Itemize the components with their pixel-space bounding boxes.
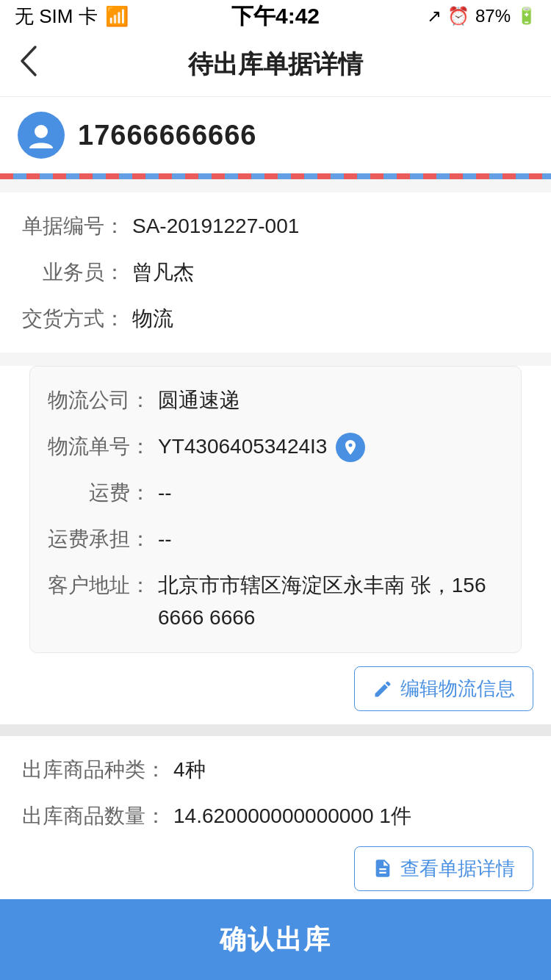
freight-label: 运费： <box>48 477 151 510</box>
logistics-company-label: 物流公司： <box>48 384 151 417</box>
product-category-value: 4种 <box>173 754 529 787</box>
product-info-section: 出库商品种类： 4种 出库商品数量： 14.620000000000000 1件 <box>0 736 551 846</box>
delivery-method-row: 交货方式： 物流 <box>22 303 529 336</box>
document-number-label: 单据编号： <box>22 210 125 243</box>
freight-bearer-row: 运费承担： -- <box>48 523 503 556</box>
product-category-row: 出库商品种类： 4种 <box>22 754 529 787</box>
deco-line <box>0 173 551 179</box>
time-label: 下午4:42 <box>231 1 320 32</box>
page-title: 待出库单据详情 <box>188 48 363 82</box>
logistics-card: 物流公司： 圆通速递 物流单号： YT43064053424I3 <box>29 366 522 653</box>
status-bar: 无 SIM 卡 📶 下午4:42 ↗ ⏰ 87% 🔋 <box>0 0 551 32</box>
carrier-label: 无 SIM 卡 <box>15 4 98 29</box>
address-row: 客户地址： 北京市市辖区海淀区永丰南 张，156 6666 6666 <box>48 569 503 635</box>
edit-icon <box>372 679 393 699</box>
section-divider <box>0 724 551 736</box>
logistics-company-row: 物流公司： 圆通速递 <box>48 384 503 417</box>
product-quantity-value: 14.620000000000000 1件 <box>173 800 529 833</box>
salesman-row: 业务员： 曾凡杰 <box>22 256 529 289</box>
confirm-button[interactable]: 确认出库 <box>0 899 551 980</box>
delivery-method-label: 交货方式： <box>22 303 125 336</box>
salesman-label: 业务员： <box>22 256 125 289</box>
address-value: 北京市市辖区海淀区永丰南 张，156 6666 6666 <box>158 569 503 635</box>
confirm-button-label: 确认出库 <box>220 922 331 958</box>
document-number-row: 单据编号： SA-20191227-001 <box>22 210 529 243</box>
view-detail-label: 查看单据详情 <box>400 856 515 882</box>
view-detail-button[interactable]: 查看单据详情 <box>354 846 533 891</box>
salesman-value: 曾凡杰 <box>132 256 529 289</box>
product-category-label: 出库商品种类： <box>22 754 166 787</box>
wifi-icon: 📶 <box>105 5 129 28</box>
svg-point-0 <box>35 125 48 138</box>
edit-btn-container: 编辑物流信息 <box>0 653 551 724</box>
location-icon[interactable] <box>336 433 365 462</box>
product-quantity-label: 出库商品数量： <box>22 800 166 833</box>
address-label: 客户地址： <box>48 569 151 602</box>
logistics-company-value: 圆通速递 <box>158 384 503 417</box>
avatar <box>18 112 65 159</box>
back-button[interactable] <box>18 44 38 84</box>
freight-bearer-label: 运费承担： <box>48 523 151 556</box>
edit-logistics-label: 编辑物流信息 <box>400 676 515 702</box>
freight-bearer-value: -- <box>158 523 503 556</box>
tracking-number-label: 物流单号： <box>48 430 151 464</box>
battery-icon: 🔋 <box>516 7 536 26</box>
status-left: 无 SIM 卡 📶 <box>15 4 129 29</box>
freight-row: 运费： -- <box>48 477 503 510</box>
battery-label: 87% <box>475 6 511 26</box>
location-arrow-icon: ↗ <box>427 6 442 26</box>
alarm-icon: ⏰ <box>447 6 469 26</box>
delivery-method-value: 物流 <box>132 303 529 336</box>
freight-value: -- <box>158 477 503 510</box>
tracking-number-row: 物流单号： YT43064053424I3 <box>48 430 503 464</box>
nav-bar: 待出库单据详情 <box>0 32 551 97</box>
document-icon <box>372 858 393 879</box>
customer-phone: 17666666666 <box>78 120 256 151</box>
document-info-section: 单据编号： SA-20191227-001 业务员： 曾凡杰 交货方式： 物流 <box>0 192 551 353</box>
status-right: ↗ ⏰ 87% 🔋 <box>427 6 536 26</box>
customer-header: 17666666666 <box>0 97 551 173</box>
edit-logistics-button[interactable]: 编辑物流信息 <box>354 666 533 711</box>
tracking-number-value: YT43064053424I3 <box>158 430 503 464</box>
product-quantity-row: 出库商品数量： 14.620000000000000 1件 <box>22 800 529 833</box>
document-number-value: SA-20191227-001 <box>132 210 529 243</box>
